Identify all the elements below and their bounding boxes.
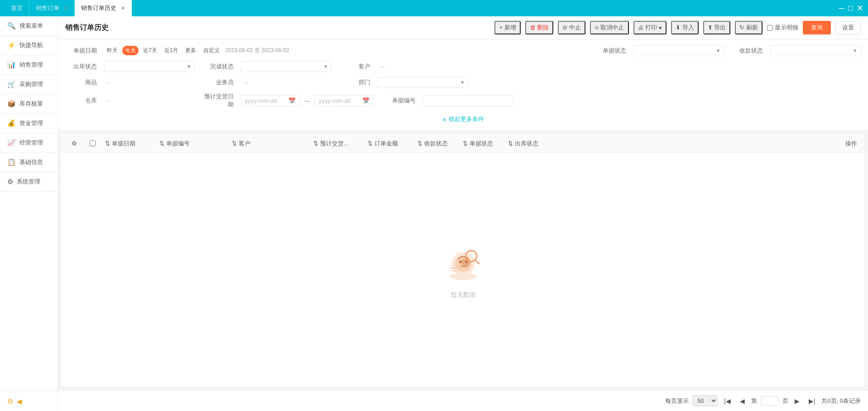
col-settings[interactable]: ⚙ [65, 140, 83, 147]
col-amount[interactable]: ⇅ 订单金额 [364, 140, 414, 148]
tab-sales-order-history-close[interactable]: ✕ [121, 5, 125, 11]
window-close-icon[interactable]: ✕ [857, 3, 863, 13]
warehouse-ellipsis-icon[interactable]: ··· [106, 97, 111, 104]
col-receipt[interactable]: ⇅ 收款状态 [414, 140, 459, 148]
status-chevron-icon: ▾ [717, 47, 720, 54]
date-btn-7days[interactable]: 近7天 [140, 46, 160, 55]
date-btn-more[interactable]: 更多 [182, 46, 199, 55]
export-button[interactable]: ⬆ 导出 [703, 21, 731, 34]
collapse-sidebar-icon[interactable]: ◀ [17, 397, 22, 406]
filter-area: 单据日期 昨天 今天 近7天 近1月 更多 自定义 2023-06-02 至 2… [58, 39, 868, 131]
query-button[interactable]: 查询 [803, 21, 831, 34]
import-button[interactable]: ⬇ 导入 [671, 21, 699, 34]
cancel-stop-button[interactable]: ⊙ 取消中止 [590, 21, 629, 34]
first-page-btn[interactable]: |◀ [721, 396, 734, 406]
sidebar-item-finance-label: 资金管理 [19, 119, 43, 127]
sidebar: 🔍 搜索菜单 ⚡ 快捷导航 📊 销售管理 🛒 采购管理 📦 库存核算 💰 资金管… [0, 16, 58, 411]
sidebar-item-inventory[interactable]: 📦 库存核算 [0, 94, 58, 114]
refresh-button[interactable]: ↻ 刷新 [735, 21, 762, 34]
client-ellipsis-icon[interactable]: ··· [379, 63, 385, 70]
stop-button[interactable]: ⊘ 中止 [558, 21, 585, 34]
dept-select[interactable]: ▾ [378, 77, 468, 88]
client-label: 客户 [339, 63, 370, 71]
page-number-input[interactable]: 1 [761, 396, 779, 406]
calendar-start-icon[interactable]: 📅 [288, 97, 296, 104]
prev-page-btn[interactable]: ◀ [737, 396, 748, 406]
expand-icon[interactable]: □ [848, 4, 853, 13]
sidebar-item-search[interactable]: 🔍 搜索菜单 [0, 16, 58, 36]
col-amount-label: 订单金额 [374, 140, 398, 148]
col-num[interactable]: ⇅ 单据编号 [156, 140, 228, 148]
last-page-btn[interactable]: ▶| [806, 396, 818, 406]
date-btn-yesterday[interactable]: 昨天 [104, 46, 120, 55]
tab-sales-order-history-label: 销售订单历史 [81, 4, 116, 12]
tab-sales-order-close[interactable]: ✕ [64, 5, 68, 11]
outstock-select[interactable]: ▾ [104, 61, 195, 72]
col-client[interactable]: ⇅ 客户 [228, 140, 310, 148]
complete-select[interactable]: ▾ [241, 61, 331, 72]
tab-home[interactable]: 首页 [5, 0, 29, 16]
sidebar-item-basic-label: 基础信息 [19, 158, 43, 166]
col-delivery[interactable]: ⇅ 预计交货... [310, 140, 364, 148]
complete-label: 完成状态 [202, 63, 234, 71]
sidebar-item-operations[interactable]: 📈 经营管理 [0, 133, 58, 153]
settings-bottom-icon[interactable]: ⚙ [7, 397, 13, 406]
print-button[interactable]: 🖨 打印 ▾ [633, 21, 667, 34]
order-num-input[interactable] [423, 95, 513, 106]
sidebar-item-system-label: 系统管理 [17, 178, 40, 186]
sidebar-item-basic[interactable]: 📋 基础信息 [0, 153, 58, 172]
sidebar-item-purchase[interactable]: 🛒 采购管理 [0, 75, 58, 94]
col-receipt-label: 收款状态 [424, 140, 448, 148]
display-toggle[interactable]: 显示明细 [767, 24, 798, 32]
page-size-select[interactable]: 50 20 100 [692, 395, 718, 406]
delivery-end-input[interactable]: yyyy-mm-dd 📅 [315, 95, 374, 106]
collapse-button[interactable]: ∧ 收起更多条件 [65, 113, 861, 125]
sort-delivery-icon: ⇅ [313, 140, 318, 147]
toolbar: + 新增 🗑 删除 ⊘ 中止 ⊙ 取消中止 🖨 打印 ▾ ⬇ 导入 [494, 21, 861, 39]
tab-sales-order-label: 销售订单 [36, 4, 59, 12]
filter-settings-button[interactable]: 设置 [835, 21, 861, 34]
collapse-label: 收起更多条件 [449, 115, 484, 123]
display-toggle-checkbox[interactable] [767, 25, 773, 31]
tab-sales-order-history[interactable]: 销售订单历史 ✕ [75, 0, 132, 16]
filter-row-1: 单据日期 昨天 今天 近7天 近1月 更多 自定义 2023-06-02 至 2… [65, 45, 861, 56]
sort-num-icon: ⇅ [159, 140, 164, 147]
tab-sales-order[interactable]: 销售订单 ✕ [29, 0, 75, 16]
goods-ellipsis-icon[interactable]: ··· [106, 79, 111, 86]
empty-state: 暂无数据 [62, 153, 864, 387]
search-menu-icon: 🔍 [7, 22, 16, 30]
col-out[interactable]: ⇅ 出库状态 [504, 140, 550, 148]
content-area: 销售订单历史 + 新增 🗑 删除 ⊘ 中止 ⊙ 取消中止 🖨 打印 ▾ [58, 16, 868, 411]
display-label: 显示明细 [775, 24, 798, 32]
salesperson-ellipsis-icon[interactable]: ··· [243, 79, 248, 86]
sort-status-icon: ⇅ [463, 140, 468, 147]
date-btn-custom[interactable]: 自定义 [201, 46, 222, 55]
sort-out-icon: ⇅ [508, 140, 513, 147]
quicknav-icon: ⚡ [7, 41, 16, 49]
sidebar-item-quicknav-label: 快捷导航 [19, 41, 43, 49]
date-separator: — [302, 97, 312, 104]
system-icon: ⚙ [7, 178, 13, 186]
calendar-end-icon[interactable]: 📅 [362, 97, 369, 104]
select-all-checkbox[interactable] [90, 140, 96, 146]
next-page-btn[interactable]: ▶ [792, 396, 802, 406]
delete-button[interactable]: 🗑 删除 [525, 21, 554, 34]
receipt-select[interactable]: ▾ [770, 45, 861, 56]
col-date[interactable]: ⇅ 单据日期 [101, 140, 156, 148]
sidebar-item-system[interactable]: ⚙ 系统管理 [0, 172, 58, 192]
delivery-start-input[interactable]: yyyy-mm-dd 📅 [241, 95, 300, 106]
outstock-label: 出库状态 [65, 63, 97, 71]
status-select[interactable]: ▾ [633, 45, 724, 56]
sidebar-item-sales[interactable]: 📊 销售管理 [0, 55, 58, 75]
col-status[interactable]: ⇅ 单据状态 [459, 140, 504, 148]
sidebar-item-finance[interactable]: 💰 资金管理 [0, 114, 58, 133]
minimize-icon[interactable]: ─ [839, 4, 844, 13]
new-button[interactable]: + 新增 [494, 21, 520, 34]
date-btn-today[interactable]: 今天 [122, 46, 139, 55]
date-btn-1month[interactable]: 近1月 [162, 46, 181, 55]
receipt-label: 收款状态 [731, 47, 763, 55]
sidebar-item-quicknav[interactable]: ⚡ 快捷导航 [0, 36, 58, 55]
pagination: 每页显示 50 20 100 |◀ ◀ 第 1 页 ▶ ▶| 共0页, 0条记录 [58, 390, 868, 411]
col-checkbox[interactable] [83, 140, 101, 146]
warehouse-label: 仓库 [65, 97, 97, 105]
